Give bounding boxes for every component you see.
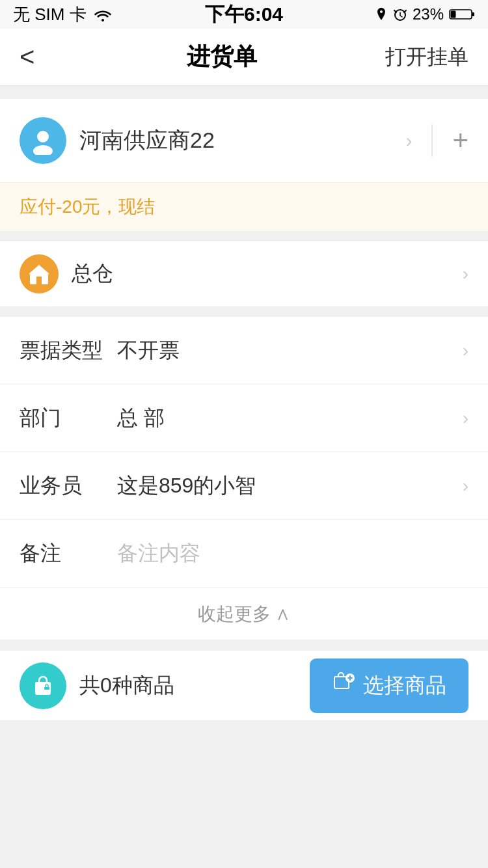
- product-icon-wrap: [20, 662, 66, 709]
- department-label: 部门: [20, 404, 111, 433]
- svg-marker-7: [29, 265, 49, 274]
- alert-text: 应付-20元，现结: [20, 197, 155, 217]
- page-title: 进货单: [187, 41, 257, 73]
- carrier-label: 无 SIM 卡: [13, 3, 87, 26]
- remark-row[interactable]: 备注 备注内容: [0, 520, 488, 588]
- invoice-type-label: 票据类型: [20, 336, 111, 365]
- salesperson-chevron-icon: ›: [463, 476, 468, 496]
- supplier-add-button[interactable]: +: [452, 125, 468, 156]
- department-chevron-icon: ›: [463, 408, 468, 429]
- supplier-section: 河南供应商22 › + 应付-20元，现结: [0, 99, 488, 231]
- supplier-divider: [431, 124, 433, 157]
- salesperson-row[interactable]: 业务员 这是859的小智 ›: [0, 452, 488, 520]
- divider-3: [0, 640, 488, 650]
- department-value: 总 部: [111, 404, 463, 433]
- top-divider: [0, 86, 488, 99]
- status-time: 下午6:04: [205, 1, 283, 28]
- location-icon: [375, 7, 388, 21]
- warehouse-icon: [27, 262, 51, 286]
- invoice-type-value: 不开票: [111, 336, 463, 365]
- warehouse-row[interactable]: 总仓 ›: [0, 241, 488, 306]
- remark-input[interactable]: 备注内容: [111, 539, 468, 568]
- battery-icon: [449, 8, 475, 21]
- warehouse-section: 总仓 ›: [0, 241, 488, 306]
- department-row[interactable]: 部门 总 部 ›: [0, 385, 488, 452]
- svg-rect-3: [451, 11, 456, 18]
- warehouse-label: 总仓: [72, 260, 113, 288]
- supplier-name: 河南供应商22: [79, 126, 405, 156]
- cart-icon: [332, 671, 355, 700]
- warehouse-icon-wrap: [20, 254, 59, 293]
- alarm-icon: [393, 7, 407, 21]
- gray-area: [0, 720, 488, 868]
- battery-label: 23%: [413, 5, 444, 23]
- collapse-label: 收起更多 ∧: [198, 602, 291, 627]
- supplier-avatar: [20, 117, 66, 164]
- svg-point-5: [33, 145, 53, 155]
- person-icon: [29, 126, 57, 155]
- svg-rect-8: [36, 277, 42, 284]
- shopping-bag-icon: [30, 673, 56, 699]
- divider-2: [0, 306, 488, 317]
- collapse-row[interactable]: 收起更多 ∧: [0, 588, 488, 640]
- svg-rect-2: [472, 12, 474, 16]
- supplier-chevron-icon: ›: [405, 129, 412, 152]
- status-left: 无 SIM 卡: [13, 3, 113, 26]
- supplier-row[interactable]: 河南供应商22 › +: [0, 99, 488, 183]
- salesperson-value: 这是859的小智: [111, 472, 463, 500]
- invoice-type-chevron-icon: ›: [463, 340, 468, 361]
- divider-1: [0, 231, 488, 241]
- form-section: 票据类型 不开票 › 部门 总 部 › 业务员 这是859的小智 › 备注 备注…: [0, 317, 488, 588]
- wifi-icon: [93, 7, 113, 21]
- nav-bar: < 进货单 打开挂单: [0, 29, 488, 86]
- product-count-label: 共0种商品: [79, 671, 310, 700]
- status-right: 23%: [375, 5, 475, 23]
- salesperson-label: 业务员: [20, 472, 111, 500]
- svg-rect-10: [44, 687, 49, 690]
- status-bar: 无 SIM 卡 下午6:04 23%: [0, 0, 488, 29]
- svg-point-4: [37, 131, 49, 142]
- alert-row: 应付-20元，现结: [0, 183, 488, 231]
- warehouse-chevron-icon: ›: [463, 264, 468, 284]
- invoice-type-row[interactable]: 票据类型 不开票 ›: [0, 317, 488, 385]
- open-pending-button[interactable]: 打开挂单: [385, 43, 468, 72]
- select-product-button[interactable]: 选择商品: [310, 658, 468, 713]
- back-button[interactable]: <: [20, 42, 59, 72]
- bottom-section: 共0种商品 选择商品: [0, 650, 488, 720]
- select-product-label: 选择商品: [363, 671, 446, 700]
- remark-label: 备注: [20, 539, 111, 568]
